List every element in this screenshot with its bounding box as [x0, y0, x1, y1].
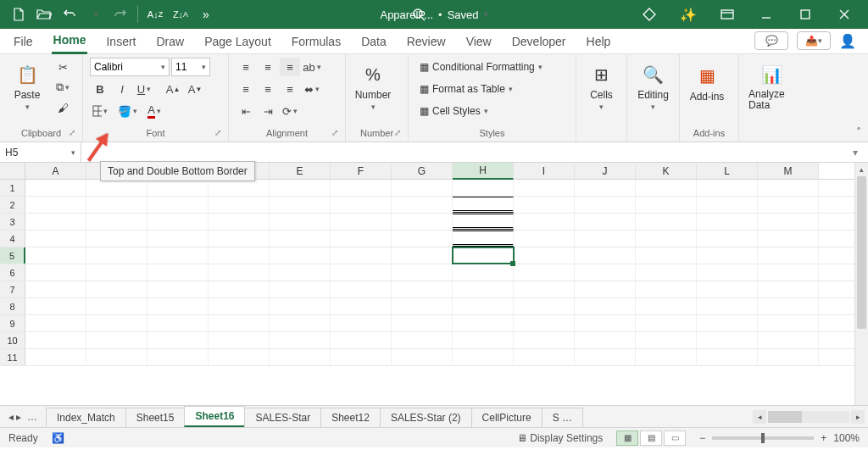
cell-B2[interactable]	[86, 197, 147, 213]
tab-developer[interactable]: Developer	[510, 31, 568, 53]
cell-E1[interactable]	[270, 180, 331, 196]
cell-L5[interactable]	[697, 247, 758, 264]
cell-A7[interactable]	[25, 281, 86, 297]
cell-A9[interactable]	[25, 315, 86, 331]
cell-M5[interactable]	[758, 247, 819, 264]
cell-A8[interactable]	[25, 298, 86, 314]
cell-F9[interactable]	[331, 315, 392, 331]
format-as-table-button[interactable]: ▦Format as Table▾	[415, 80, 517, 98]
cell-D10[interactable]	[209, 332, 270, 348]
cell-C7[interactable]	[147, 281, 209, 297]
tab-file[interactable]: File	[12, 31, 35, 53]
cell-D3[interactable]	[209, 214, 270, 230]
cell-D4[interactable]	[209, 230, 270, 247]
cell-E5[interactable]	[270, 247, 331, 264]
cell-M10[interactable]	[758, 332, 819, 348]
redo-icon[interactable]	[108, 3, 132, 26]
cell-J5[interactable]	[575, 247, 636, 264]
cell-I1[interactable]	[514, 180, 575, 196]
cell-E9[interactable]	[270, 315, 331, 331]
diamond-icon[interactable]	[631, 3, 668, 26]
cell-E3[interactable]	[270, 214, 331, 230]
cell-J6[interactable]	[575, 264, 636, 280]
cell-B4[interactable]	[86, 230, 147, 247]
row-header-5[interactable]: 5	[0, 247, 25, 264]
cell-G7[interactable]	[392, 281, 453, 297]
clipboard-launcher-icon[interactable]: ⤢	[69, 126, 75, 140]
cell-A2[interactable]	[25, 197, 86, 213]
cell-C9[interactable]	[147, 315, 209, 331]
undo-dropdown[interactable]	[83, 3, 107, 26]
cell-D2[interactable]	[209, 197, 270, 213]
qat-more-icon[interactable]: »	[194, 3, 218, 26]
sheet-tab-index_match[interactable]: Index_Match	[46, 408, 126, 427]
cell-M3[interactable]	[758, 214, 819, 230]
cell-J7[interactable]	[575, 281, 636, 297]
conditional-formatting-button[interactable]: ▦Conditional Formatting▾	[415, 58, 547, 76]
cell-F5[interactable]	[331, 247, 392, 264]
cell-G3[interactable]	[392, 214, 453, 230]
expand-formula-icon[interactable]: ▾	[848, 147, 863, 158]
display-settings[interactable]: 🖥 Display Settings	[517, 432, 603, 444]
zoom-control[interactable]: − + 100%	[699, 432, 860, 444]
tab-draw[interactable]: Draw	[154, 31, 186, 53]
cell-K3[interactable]	[636, 214, 697, 230]
cell-F6[interactable]	[331, 264, 392, 280]
cell-K4[interactable]	[636, 230, 697, 247]
row-header-1[interactable]: 1	[0, 180, 25, 196]
font-size-combo[interactable]: 11▾	[171, 58, 210, 76]
col-header-F[interactable]: F	[331, 163, 392, 179]
cell-L4[interactable]	[697, 230, 758, 247]
row-header-2[interactable]: 2	[0, 197, 25, 213]
tab-page-layout[interactable]: Page Layout	[203, 31, 273, 53]
cell-F10[interactable]	[331, 332, 392, 348]
italic-button[interactable]: I	[112, 80, 132, 98]
cell-G10[interactable]	[392, 332, 453, 348]
format-painter-icon[interactable]: 🖌	[53, 98, 73, 117]
cell-I8[interactable]	[514, 298, 575, 314]
tab-review[interactable]: Review	[405, 31, 448, 53]
cell-H8[interactable]	[453, 298, 514, 314]
cell-L7[interactable]	[697, 281, 758, 297]
merge-button[interactable]: ⬌	[302, 80, 322, 98]
cell-E6[interactable]	[270, 264, 331, 280]
number-format-button[interactable]: % Number ▾	[353, 58, 393, 114]
cell-A11[interactable]	[25, 349, 86, 365]
cell-M2[interactable]	[758, 197, 819, 213]
name-box[interactable]: H5▾	[0, 142, 81, 162]
cell-K6[interactable]	[636, 264, 697, 280]
col-header-K[interactable]: K	[636, 163, 697, 179]
cell-C3[interactable]	[147, 214, 209, 230]
title-dropdown-icon[interactable]: ▾	[484, 10, 488, 19]
cell-G2[interactable]	[392, 197, 453, 213]
sheet-nav[interactable]: ◂ ▸ …	[0, 406, 46, 427]
cell-F11[interactable]	[331, 349, 392, 365]
col-header-H[interactable]: H	[453, 163, 514, 180]
cell-K11[interactable]	[636, 349, 697, 365]
cell-M8[interactable]	[758, 298, 819, 314]
addins-button[interactable]: ▦Add-ins	[687, 58, 727, 114]
cell-G11[interactable]	[392, 349, 453, 365]
comments-button[interactable]: 💬	[754, 31, 788, 50]
cell-H4[interactable]	[453, 230, 514, 247]
select-all-corner[interactable]	[0, 163, 25, 179]
copy-icon[interactable]: ⧉	[53, 78, 73, 97]
paste-button[interactable]: 📋 Paste ▾	[7, 58, 47, 114]
cell-A5[interactable]	[25, 247, 86, 264]
cell-K9[interactable]	[636, 315, 697, 331]
cell-M4[interactable]	[758, 230, 819, 247]
align-middle-icon[interactable]: ≡	[258, 58, 278, 76]
account-icon[interactable]: 👤	[839, 33, 856, 49]
cell-G1[interactable]	[392, 180, 453, 196]
fill-color-button[interactable]: 🪣	[117, 102, 137, 120]
spreadsheet-grid[interactable]: ABCDEFGHIJKLM 1234567891011 ▴	[0, 163, 868, 405]
row-header-3[interactable]: 3	[0, 214, 25, 230]
cell-J10[interactable]	[575, 332, 636, 348]
cell-G8[interactable]	[392, 298, 453, 314]
cell-C10[interactable]	[147, 332, 209, 348]
cell-M9[interactable]	[758, 315, 819, 331]
cell-B3[interactable]	[86, 214, 147, 230]
cell-C8[interactable]	[147, 298, 209, 314]
cell-L2[interactable]	[697, 197, 758, 213]
cell-J9[interactable]	[575, 315, 636, 331]
